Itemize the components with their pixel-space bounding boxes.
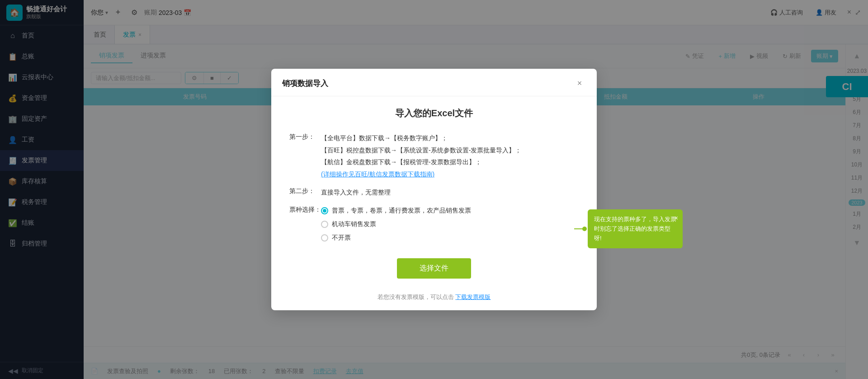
radio-row: 票种选择： 普票，专票，卷票，通行费发票，农产品销售发票 机动车销售发票 [289,205,579,249]
modal-overlay: 销项数据导入 × 导入您的Excel文件 第一步： 【全电平台】数据下载→【税务… [0,0,868,379]
radio-general-label: 普票，专票，卷票，通行费发票，农产品销售发票 [332,207,471,215]
radio-motor-circle [321,221,328,228]
radio-general[interactable]: 普票，专票，卷票，通行费发票，农产品销售发票 [321,207,471,215]
modal-title: 销项数据导入 [282,78,328,89]
select-file-button[interactable]: 选择文件 [397,258,471,279]
modal-footer: 若您没有发票模版，可以点击 下载发票模版 [271,288,597,310]
footer-text: 若您没有发票模版，可以点击 [377,294,454,300]
step1-row: 第一步： 【全电平台】数据下载→【税务数字账户】； 【百旺】税控盘数据下载→【系… [289,132,579,180]
radio-label: 票种选择： [289,206,321,214]
modal-main-title: 导入您的Excel文件 [289,107,579,119]
radio-general-circle [321,207,328,214]
tooltip-box: × 现在支持的票种多了，导入发票时别忘了选择正确的发票类型呀! [588,209,683,248]
tooltip-close-button[interactable]: × [675,213,678,223]
tooltip-text: 现在支持的票种多了，导入发票时别忘了选择正确的发票类型呀! [594,216,676,242]
radio-motor-label: 机动车销售发票 [332,220,376,228]
step2-label: 第二步： [289,187,321,195]
step1-line-3: 【航信】金税盘数据下载→【报税管理-发票数据导出】； [321,156,579,168]
modal-close-button[interactable]: × [573,77,586,90]
radio-none-circle [321,234,328,242]
download-template-link[interactable]: 下载发票模版 [455,294,491,300]
step1-line-1: 【全电平台】数据下载→【税务数字账户】； [321,132,579,144]
radio-motor[interactable]: 机动车销售发票 [321,220,471,228]
step1-line-2: 【百旺】税控盘数据下载→【系统设置-系统参数设置-发票批量导入】； [321,144,579,156]
radio-general-dot [323,209,326,213]
radio-group: 普票，专票，卷票，通行费发票，农产品销售发票 机动车销售发票 不开票 [321,207,471,247]
radio-none[interactable]: 不开票 [321,234,471,242]
radio-none-label: 不开票 [332,234,351,242]
step1-content: 【全电平台】数据下载→【税务数字账户】； 【百旺】税控盘数据下载→【系统设置-系… [321,132,579,180]
modal-body: 导入您的Excel文件 第一步： 【全电平台】数据下载→【税务数字账户】； 【百… [271,96,597,288]
step1-link[interactable]: (详细操作见百旺/航信发票数据下载指南) [321,171,434,178]
step2-row: 第二步： 直接导入文件，无需整理 [289,186,579,199]
modal-header: 销项数据导入 × [271,69,597,96]
import-modal: 销项数据导入 × 导入您的Excel文件 第一步： 【全电平台】数据下载→【税务… [271,69,597,310]
step2-content: 直接导入文件，无需整理 [321,186,579,199]
step1-label: 第一步： [289,133,321,141]
